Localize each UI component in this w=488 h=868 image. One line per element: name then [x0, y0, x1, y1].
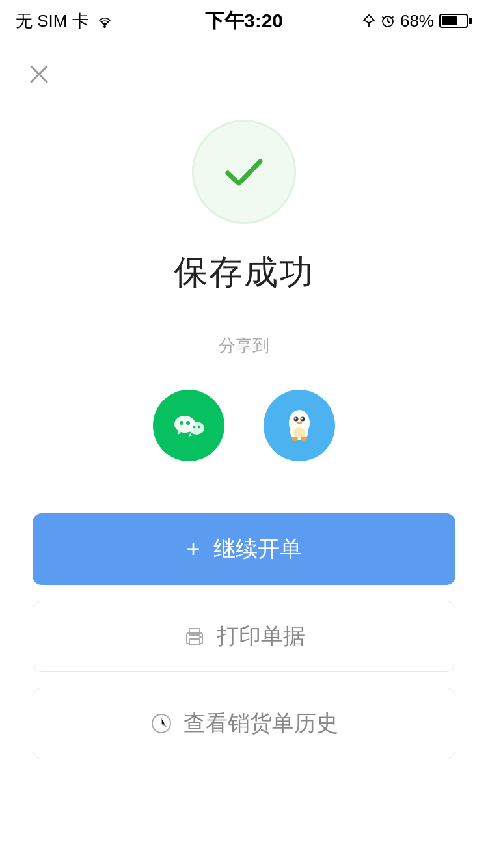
svg-point-16 — [297, 422, 302, 425]
svg-point-24 — [199, 636, 202, 638]
battery-icon — [439, 14, 472, 28]
qq-icon — [278, 405, 320, 446]
svg-point-5 — [189, 422, 204, 435]
wechat-share-button[interactable] — [153, 390, 224, 461]
svg-point-18 — [293, 427, 305, 438]
svg-point-8 — [193, 426, 196, 429]
print-button[interactable]: 打印单据 — [33, 601, 455, 672]
divider-line-left — [33, 346, 206, 346]
continue-icon: + — [186, 536, 200, 563]
share-label: 分享到 — [219, 334, 269, 357]
location-icon — [362, 14, 375, 28]
svg-point-0 — [103, 25, 106, 28]
checkmark-icon — [218, 146, 270, 198]
qq-share-button[interactable] — [264, 390, 335, 461]
sim-status: 无 SIM 卡 — [16, 10, 89, 33]
print-icon — [183, 625, 206, 648]
success-icon-circle — [192, 120, 296, 224]
continue-button[interactable]: + 继续开单 — [33, 513, 455, 585]
svg-point-9 — [198, 426, 201, 429]
svg-rect-22 — [189, 629, 200, 635]
status-time: 下午3:20 — [205, 8, 283, 34]
wifi-icon — [96, 14, 114, 28]
divider-line-right — [282, 346, 455, 346]
history-label: 查看销货单历史 — [183, 709, 338, 739]
share-divider: 分享到 — [33, 334, 455, 357]
svg-point-20 — [301, 437, 307, 441]
alarm-icon — [381, 14, 395, 28]
status-bar: 无 SIM 卡 下午3:20 68% — [0, 0, 488, 42]
svg-point-19 — [291, 437, 298, 441]
success-title: 保存成功 — [174, 250, 314, 295]
action-buttons: + 继续开单 打印单据 查看销货单历史 — [33, 513, 455, 759]
status-right: 68% — [362, 11, 472, 31]
wechat-icon — [168, 405, 210, 446]
svg-point-14 — [295, 418, 297, 420]
continue-label: 继续开单 — [213, 534, 302, 564]
history-icon — [150, 712, 173, 735]
history-button[interactable]: 查看销货单历史 — [33, 688, 455, 759]
share-icons-container — [153, 390, 335, 461]
svg-point-15 — [301, 418, 303, 420]
status-left: 无 SIM 卡 — [16, 10, 114, 33]
print-label: 打印单据 — [217, 621, 305, 651]
svg-point-6 — [180, 421, 183, 425]
svg-rect-23 — [189, 639, 200, 645]
battery-percent: 68% — [400, 11, 434, 31]
main-content: 保存成功 分享到 — [0, 94, 488, 868]
close-button[interactable] — [20, 55, 59, 94]
svg-point-7 — [186, 421, 190, 425]
